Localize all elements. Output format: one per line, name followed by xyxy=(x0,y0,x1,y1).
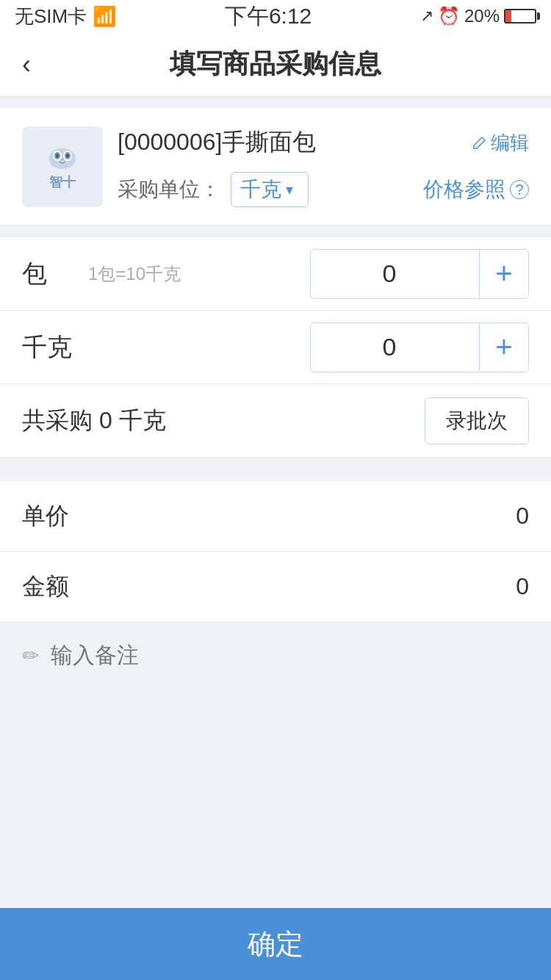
back-button[interactable]: ‹ xyxy=(22,42,38,87)
amount-value: 0 xyxy=(516,573,529,600)
product-thumbnail: 智十 xyxy=(22,126,103,207)
amount-label: 金额 xyxy=(22,571,69,603)
kg-input-row: 千克 + xyxy=(0,311,551,384)
product-card: 智十 [0000006]手撕面包 编辑 采购单位： 千克 ▾ 价格参照 ? xyxy=(0,109,551,226)
notes-section: ✏ xyxy=(0,622,551,688)
record-batch-button[interactable]: 录批次 xyxy=(425,397,529,444)
product-name: [0000006]手撕面包 xyxy=(118,126,316,159)
bag-plus-button[interactable]: + xyxy=(479,249,529,299)
summary-row: 共采购 0 千克 录批次 xyxy=(0,384,551,458)
unit-price-value: 0 xyxy=(516,502,529,530)
notes-input[interactable] xyxy=(51,643,529,668)
pencil-icon: ✏ xyxy=(22,644,39,668)
info-section: 单价 0 金额 0 xyxy=(0,481,551,622)
section-divider-1 xyxy=(0,226,551,237)
bag-sub-label: 1包=10千克 xyxy=(88,262,181,286)
kg-quantity-input[interactable] xyxy=(310,323,479,372)
status-time: 下午6:12 xyxy=(225,1,311,32)
kg-plus-button[interactable]: + xyxy=(479,323,529,372)
battery-icon xyxy=(504,9,536,24)
brand-label: 智十 xyxy=(49,173,76,191)
owl-logo-icon xyxy=(44,143,81,172)
svg-point-6 xyxy=(66,154,69,158)
bag-quantity-input[interactable] xyxy=(310,249,479,299)
status-bar: 无SIM卡 📶 下午6:12 ↗ ⏰ 20% xyxy=(0,0,551,32)
purchase-unit-label: 采购单位： xyxy=(118,176,220,203)
location-icon: ↗ xyxy=(420,7,433,26)
bag-input-row: 包 1包=10千克 + xyxy=(0,237,551,311)
bag-label: 包 xyxy=(22,257,81,291)
battery-percent: 20% xyxy=(464,6,500,26)
dropdown-arrow-icon: ▾ xyxy=(286,181,293,198)
unit-select-dropdown[interactable]: 千克 ▾ xyxy=(231,172,309,207)
nav-bar: ‹ 填写商品采购信息 xyxy=(0,32,551,97)
unit-price-row: 单价 0 xyxy=(0,481,551,552)
carrier-text: 无SIM卡 xyxy=(15,4,87,29)
unit-price-label: 单价 xyxy=(22,500,69,533)
summary-text: 共采购 0 千克 xyxy=(22,405,166,437)
price-reference-button[interactable]: 价格参照 ? xyxy=(423,176,529,203)
bottom-spacer xyxy=(0,688,551,894)
status-bar-right: ↗ ⏰ 20% xyxy=(420,6,536,26)
section-divider-2 xyxy=(0,458,551,469)
product-info: [0000006]手撕面包 编辑 采购单位： 千克 ▾ 价格参照 ? xyxy=(118,126,529,207)
edit-button[interactable]: 编辑 xyxy=(472,130,529,156)
info-icon: ? xyxy=(510,180,529,199)
amount-row: 金额 0 xyxy=(0,552,551,622)
page-title: 填写商品采购信息 xyxy=(170,46,381,82)
svg-point-5 xyxy=(56,154,59,158)
confirm-button[interactable]: 确定 xyxy=(0,908,551,980)
kg-label: 千克 xyxy=(22,331,81,364)
edit-icon xyxy=(472,134,488,151)
alarm-icon: ⏰ xyxy=(438,6,460,26)
kg-quantity-control: + xyxy=(310,323,529,372)
input-section: 包 1包=10千克 + 千克 + 共采购 0 千克 录批次 xyxy=(0,237,551,458)
wifi-icon: 📶 xyxy=(93,5,116,28)
status-bar-left: 无SIM卡 📶 xyxy=(15,4,116,29)
bag-quantity-control: + xyxy=(310,249,529,299)
